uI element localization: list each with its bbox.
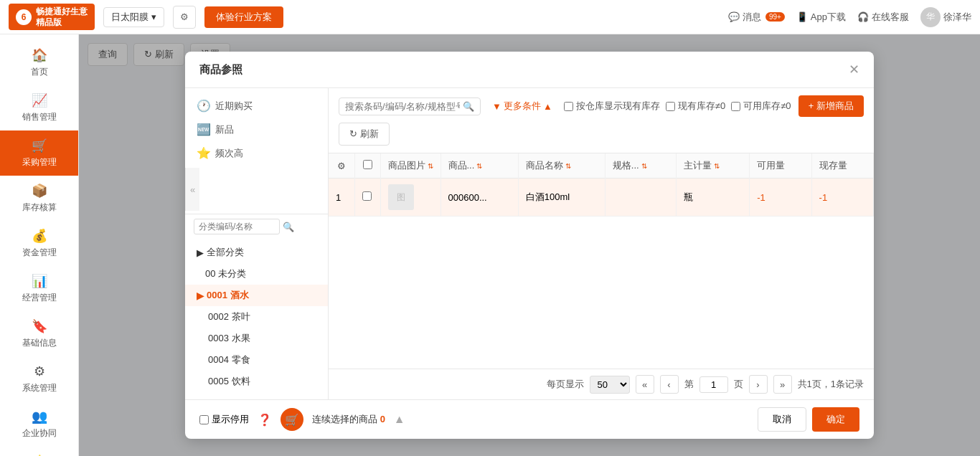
usable-stock-checkbox[interactable]	[731, 102, 740, 111]
dialog-close-button[interactable]: ✕	[849, 62, 859, 77]
category-water[interactable]: 0008 水	[185, 392, 328, 394]
chevron-up-icon: ▲	[543, 101, 552, 112]
collab-icon: 👥	[32, 409, 47, 424]
col-header-unit: 主计量 ⇅	[676, 153, 749, 179]
product-search-input[interactable]	[345, 101, 460, 112]
refresh-button[interactable]: ↻ 刷新	[339, 123, 390, 146]
sidebar-item-system[interactable]: ⚙ 系统管理	[0, 356, 78, 402]
messages-nav-item[interactable]: 💬 消息 99+	[728, 11, 785, 24]
chevron-down-icon: ▾	[151, 11, 156, 22]
avatar: 华	[920, 7, 941, 27]
category-beverage[interactable]: 0005 饮料	[185, 371, 328, 392]
category-search-input[interactable]	[194, 219, 280, 234]
trial-button[interactable]: 体验行业方案	[204, 6, 283, 28]
row-available: -1	[750, 179, 811, 217]
table-row[interactable]: 1 图 000600... 白酒100ml	[329, 179, 874, 217]
quick-filter-new[interactable]: 🆕 新品	[185, 118, 328, 141]
star-icon: ⭐	[197, 146, 211, 160]
quick-filter-frequent[interactable]: ⭐ 频次高	[185, 141, 328, 165]
row-checkbox[interactable]	[362, 191, 372, 201]
dialog-title: 商品参照	[199, 63, 242, 77]
mobile-icon: 📱	[796, 11, 808, 22]
sidebar-item-inventory[interactable]: 📦 库存核算	[0, 176, 78, 221]
store-selector[interactable]: 日太阳膜 ▾	[103, 7, 164, 27]
col-header-img: 商品图片 ⇅	[380, 153, 440, 179]
category-liquor[interactable]: ▶ 0001 酒水	[185, 285, 328, 306]
available-stock-checkbox[interactable]	[666, 102, 675, 111]
product-reference-dialog: 商品参照 ✕ 🕐 近期购买 🆕 新品	[185, 52, 874, 439]
cancel-button[interactable]: 取消	[758, 407, 806, 432]
sidebar-item-basic-info[interactable]: 🔖 基础信息	[0, 311, 78, 356]
sidebar-item-purchase[interactable]: 🛒 采购管理	[0, 130, 78, 176]
product-thumbnail: 图	[388, 184, 414, 210]
sidebar-item-sales[interactable]: 📈 销售管理	[0, 85, 78, 130]
app-download-nav-item[interactable]: 📱 App下载	[796, 11, 846, 24]
sidebar-item-guide[interactable]: 🌟 新手引导	[0, 447, 78, 456]
sidebar-item-finance[interactable]: 💰 资金管理	[0, 221, 78, 266]
first-page-button[interactable]: «	[636, 375, 654, 394]
logo: 6 畅捷通好生意 精品版	[9, 4, 95, 30]
dialog-left-panel: 🕐 近期购买 🆕 新品 ⭐ 频次高 «	[185, 88, 329, 399]
category-search: 🔍	[185, 214, 328, 239]
dialog-overlay: 商品参照 ✕ 🕐 近期购买 🆕 新品	[79, 34, 980, 456]
col-header-name: 商品名称 ⇅	[518, 153, 605, 179]
category-fruit[interactable]: 0003 水果	[185, 328, 328, 349]
sidebar-item-collaboration[interactable]: 👥 企业协同	[0, 402, 78, 447]
filter-icon: ▼	[492, 101, 501, 112]
message-icon: 💬	[728, 11, 740, 22]
category-all[interactable]: ▶ 全部分类	[185, 242, 328, 263]
product-table: ⚙ 商品图片 ⇅	[329, 153, 874, 217]
messages-badge: 99+	[765, 12, 785, 22]
basicinfo-icon: 🔖	[32, 318, 47, 334]
add-product-button[interactable]: + 新增商品	[798, 95, 864, 117]
top-nav: 6 畅捷通好生意 精品版 日太阳膜 ▾ ⚙ 体验行业方案 💬 消息 99+ 📱 …	[0, 0, 980, 34]
available-stock-checkbox-label[interactable]: 现有库存≠0	[666, 100, 725, 113]
sort-icon-unit: ⇅	[714, 162, 720, 170]
user-profile[interactable]: 华 徐泽华	[920, 7, 971, 27]
logo-text: 畅捷通好生意 精品版	[36, 6, 88, 27]
quick-filter-recent[interactable]: 🕐 近期购买	[185, 94, 328, 118]
category-snack[interactable]: 0004 零食	[185, 349, 328, 371]
pagination-total: 共1页，1条记录	[798, 378, 864, 391]
prev-page-button[interactable]: ‹	[660, 375, 679, 394]
product-search-bar: 🔍	[339, 98, 481, 115]
cart-button[interactable]: 🛒	[281, 408, 303, 431]
new-icon: 🆕	[197, 123, 211, 136]
next-page-button[interactable]: ›	[749, 375, 768, 394]
row-checkbox-cell	[354, 179, 380, 217]
row-img-cell: 图	[380, 179, 440, 217]
last-page-button[interactable]: »	[773, 375, 792, 394]
sidebar-item-home[interactable]: 🏠 首页	[0, 40, 78, 85]
system-icon: ⚙	[34, 364, 45, 379]
category-uncategorized[interactable]: 00 未分类	[185, 263, 328, 285]
home-icon: 🏠	[32, 47, 47, 63]
more-filters-button[interactable]: ▼ 更多条件 ▲	[486, 97, 558, 115]
purchase-icon: 🛒	[32, 138, 47, 153]
settings-button[interactable]: ⚙	[173, 6, 196, 29]
category-tea[interactable]: 0002 茶叶	[185, 306, 328, 328]
page-size-select[interactable]: 10 20 50 100	[590, 376, 630, 394]
sort-icon-spec: ⇅	[641, 162, 647, 170]
category-search-icon[interactable]: 🔍	[283, 222, 294, 232]
usable-stock-checkbox-label[interactable]: 可用库存≠0	[731, 100, 791, 113]
help-icon[interactable]: ❓	[258, 413, 272, 427]
warehouse-display-checkbox[interactable]	[564, 102, 573, 111]
category-list: ▶ 全部分类 00 未分类 ▶ 0001 酒水 0002 茶	[185, 239, 328, 394]
sidebar-item-operations[interactable]: 📊 经营管理	[0, 266, 78, 311]
finance-icon: 💰	[32, 228, 47, 244]
product-table-container: ⚙ 商品图片 ⇅	[329, 153, 874, 369]
page-number-input[interactable]	[699, 376, 728, 393]
sort-icon-code: ⇅	[476, 162, 482, 170]
left-panel-collapse-button[interactable]: «	[185, 168, 199, 211]
headset-icon: 🎧	[857, 11, 869, 22]
table-settings-icon[interactable]: ⚙	[337, 161, 346, 171]
select-all-checkbox[interactable]	[363, 160, 372, 169]
show-disabled-checkbox[interactable]	[199, 415, 209, 424]
confirm-button[interactable]: 确定	[812, 407, 859, 432]
footer-collapse-icon[interactable]: ▲	[394, 413, 405, 426]
online-service-nav-item[interactable]: 🎧 在线客服	[857, 11, 909, 24]
search-icon[interactable]: 🔍	[463, 101, 474, 112]
show-disabled-label[interactable]: 显示停用	[199, 413, 249, 426]
warehouse-display-checkbox-label[interactable]: 按仓库显示现有库存	[564, 100, 660, 113]
row-code: 000600...	[440, 179, 518, 217]
